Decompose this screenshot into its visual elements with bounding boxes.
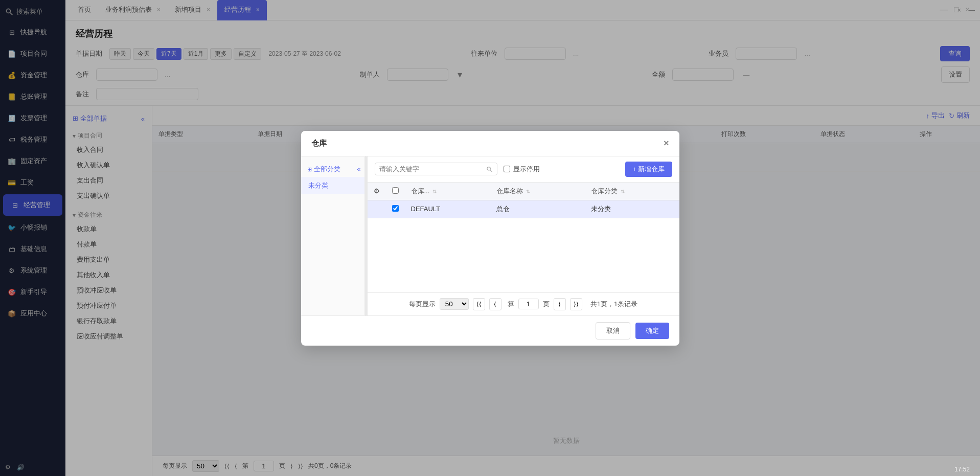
modal-pag-first[interactable]: ⟨⟨: [473, 298, 485, 310]
modal-warehouse-table: ⚙ 仓库... ⇅ 仓库名称: [368, 183, 679, 218]
col-checkbox: [386, 183, 405, 200]
row-category-cell: 未分类: [585, 200, 679, 218]
warehouse-modal: 仓库 × ⊞全部分类 « 未分类: [301, 131, 679, 346]
row-settings-cell: [368, 200, 386, 218]
modal-page-number-input[interactable]: [518, 299, 539, 309]
modal-title: 仓库: [311, 139, 327, 148]
modal-overlay[interactable]: 仓库 × ⊞全部分类 « 未分类: [0, 0, 980, 476]
row-name-cell: 总仓: [490, 200, 585, 218]
modal-pag-prev[interactable]: ⟨: [489, 298, 502, 310]
grid-icon-2: ⊞: [307, 166, 312, 172]
modal-all-category-label[interactable]: ⊞全部分类: [307, 165, 340, 174]
select-all-checkbox[interactable]: [392, 187, 399, 194]
modal-pag-last[interactable]: ⟩⟩: [570, 298, 582, 310]
modal-pag-next[interactable]: ⟩: [554, 298, 566, 310]
modal-show-disabled-checkbox[interactable]: 显示停用: [504, 165, 540, 174]
win-maximize-button[interactable]: □: [954, 5, 959, 14]
modal-search-icon: [486, 166, 493, 173]
code-sort-icon[interactable]: ⇅: [432, 189, 437, 194]
modal-page-size-select[interactable]: 50 100: [440, 298, 469, 310]
modal-header: 仓库 ×: [301, 131, 679, 156]
modal-toolbar: 显示停用 + 新增仓库: [368, 156, 679, 183]
row-checkbox[interactable]: [392, 205, 399, 212]
modal-add-warehouse-button[interactable]: + 新增仓库: [625, 162, 672, 177]
modal-table-area: ⚙ 仓库... ⇅ 仓库名称: [368, 183, 679, 292]
table-settings-icon[interactable]: ⚙: [374, 187, 380, 195]
col-warehouse-name: 仓库名称 ⇅: [490, 183, 585, 200]
modal-search-box[interactable]: [375, 163, 497, 175]
table-row[interactable]: DEFAULT 总仓 未分类: [368, 200, 679, 218]
modal-left-panel: ⊞全部分类 « 未分类: [301, 156, 368, 315]
category-sort-icon[interactable]: ⇅: [621, 189, 625, 194]
svg-point-2: [487, 167, 490, 170]
svg-line-3: [490, 170, 492, 172]
win-minimize-button[interactable]: —: [940, 5, 948, 14]
window-controls: — □ ×: [940, 5, 970, 14]
win-close-button[interactable]: ×: [965, 5, 970, 14]
clock: 17:52: [954, 466, 970, 473]
modal-search-input[interactable]: [379, 165, 483, 173]
row-check-cell: [386, 200, 405, 218]
modal-total-label: 共1页，1条记录: [590, 300, 637, 309]
modal-left-item-uncategorized[interactable]: 未分类: [301, 177, 367, 194]
modal-close-button[interactable]: ×: [664, 138, 669, 149]
name-sort-icon[interactable]: ⇅: [526, 189, 530, 194]
modal-confirm-button[interactable]: 确定: [635, 323, 669, 339]
row-code-cell: DEFAULT: [405, 200, 491, 218]
col-warehouse-code: 仓库... ⇅: [405, 183, 491, 200]
modal-left-header: ⊞全部分类 «: [301, 162, 367, 177]
modal-footer: 取消 确定: [301, 315, 679, 346]
show-disabled-input[interactable]: [504, 166, 510, 172]
left-panel-scrollbar[interactable]: [364, 156, 367, 315]
modal-body: ⊞全部分类 « 未分类: [301, 156, 679, 315]
col-settings-icon: ⚙: [368, 183, 386, 200]
modal-pagination: 每页显示 50 100 ⟨⟨ ⟨ 算 页 ⟩ ⟩⟩ 共1页，1条记录: [368, 292, 679, 315]
modal-left-collapse-icon[interactable]: «: [357, 165, 360, 173]
modal-cancel-button[interactable]: 取消: [596, 322, 630, 339]
col-warehouse-category: 仓库分类 ⇅: [585, 183, 679, 200]
modal-right-panel: 显示停用 + 新增仓库 ⚙: [368, 156, 679, 315]
